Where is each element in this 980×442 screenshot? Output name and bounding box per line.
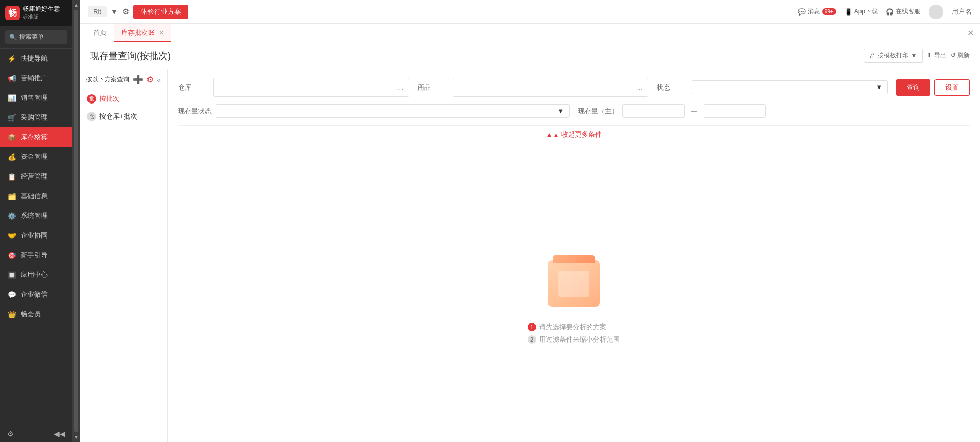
- sidebar-item-marketing[interactable]: 📢 营销推广: [0, 68, 72, 88]
- operations-icon: 📋: [7, 172, 17, 181]
- refresh-icon: ↺: [951, 52, 956, 59]
- status-select[interactable]: ▼: [692, 80, 888, 94]
- sidebar-item-vip[interactable]: 👑 畅会员: [0, 304, 72, 324]
- export-button[interactable]: ⬆ 导出: [927, 51, 946, 60]
- marketing-icon: 📢: [7, 73, 17, 83]
- sidebar-item-finance[interactable]: 💰 资金管理: [0, 147, 72, 167]
- plan-settings-button[interactable]: ⚙: [146, 75, 154, 84]
- inventory-status-select[interactable]: ▼: [216, 104, 570, 118]
- query-button[interactable]: 查询: [896, 79, 930, 96]
- topbar-right: 💬 消息 99+ 📱 App下载 🎧 在线客服 用户名: [798, 5, 972, 19]
- plan-item-warehouse-batch[interactable]: 仓 按仓库+批次: [80, 108, 167, 125]
- template-print-button[interactable]: 🖨 按模板打印 ▼: [864, 49, 923, 63]
- sidebar-item-basics[interactable]: 🗂️ 基础信息: [0, 186, 72, 206]
- sidebar-item-guide[interactable]: 🎯 新手引导: [0, 245, 72, 265]
- product-input[interactable]: [458, 81, 636, 94]
- sidebar-header: 畅 畅康通好生意 标准版: [0, 0, 72, 26]
- settings-button[interactable]: ⚙: [7, 430, 14, 438]
- sidebar-item-apps[interactable]: 🔲 应用中心: [0, 265, 72, 285]
- chevron-down-icon2: ▼: [557, 107, 564, 115]
- system-icon: ⚙️: [7, 211, 17, 220]
- add-plan-button[interactable]: ➕: [133, 75, 143, 84]
- inventory-status-label: 现存量状态: [178, 107, 212, 116]
- filter-row-1: 仓库 … 商品 …: [178, 78, 970, 97]
- left-panel-header: 按以下方案查询 ➕ ⚙ «: [80, 69, 167, 90]
- sidebar-item-inventory[interactable]: 📦 库存核算: [0, 127, 72, 147]
- chevron-down-icon: ▼: [875, 83, 882, 91]
- wechat-icon: 💬: [7, 290, 17, 299]
- inventory-qty-min-input[interactable]: [622, 104, 685, 118]
- topbar-left: Rit ▼ ⚙ 体验行业方案: [88, 5, 188, 19]
- sidebar-nav: ⚡ 快捷导航 📢 营销推广 📊 销售管理 🛒 采购管理 📦 库存核算 💰 资金管…: [0, 49, 72, 425]
- scroll-thumb: [74, 10, 78, 432]
- sidebar-scrollbar: ▲ ▼: [72, 0, 80, 442]
- tip-num-2: 2: [528, 335, 536, 344]
- sidebar-item-enterprise[interactable]: 🤝 企业协同: [0, 226, 72, 245]
- filter-data-area: 仓库 … 商品 …: [168, 69, 980, 442]
- basics-icon: 🗂️: [7, 191, 17, 201]
- status-label: 状态: [657, 83, 688, 92]
- app-title: 畅康通好生意: [23, 5, 60, 13]
- guide-icon: 🎯: [7, 251, 17, 260]
- sidebar-search-area: 🔍 搜索菜单: [0, 26, 72, 49]
- page-title: 现存量查询(按批次): [90, 50, 171, 62]
- app-logo: 畅: [5, 6, 20, 20]
- left-panel: 按以下方案查询 ➕ ⚙ « 批 按批次 仓 按仓库+批次: [80, 69, 168, 442]
- trial-button[interactable]: 体验行业方案: [133, 5, 188, 19]
- topbar-settings-button[interactable]: ⚙: [122, 7, 129, 17]
- product-dots[interactable]: …: [636, 83, 643, 91]
- collapse-filters-button[interactable]: ▲▲ 收起更多条件: [178, 125, 970, 143]
- empty-illustration: [543, 250, 605, 312]
- app-subtitle: 标准版: [23, 13, 60, 21]
- sidebar-item-purchase[interactable]: 🛒 采购管理: [0, 108, 72, 127]
- inventory-qty-filter: 现存量（主） —: [578, 104, 970, 118]
- inventory-qty-max-input[interactable]: [704, 104, 766, 118]
- topbar: Rit ▼ ⚙ 体验行业方案 💬 消息 99+ 📱 App下载 🎧 在线客服 用…: [80, 0, 980, 24]
- settings-button[interactable]: 设置: [934, 79, 970, 96]
- username: 用户名: [952, 7, 972, 17]
- warehouse-label: 仓库: [178, 83, 209, 92]
- sidebar-item-wechat[interactable]: 💬 企业微信: [0, 285, 72, 304]
- search-menu-button[interactable]: 🔍 搜索菜单: [5, 30, 67, 44]
- product-filter: 商品 …: [418, 78, 649, 97]
- page-header: 现存量查询(按批次) 🖨 按模板打印 ▼ ⬆ 导出 ↺ 刷新: [80, 42, 980, 69]
- product-label: 商品: [418, 83, 449, 92]
- tab-home[interactable]: 首页: [86, 24, 114, 42]
- empty-state: 1 请先选择要分析的方案 2 用过滤条件来缩小分析范围: [168, 152, 980, 442]
- scroll-up-button[interactable]: ▲: [73, 2, 79, 8]
- finance-icon: 💰: [7, 152, 17, 161]
- topbar-dropdown-button[interactable]: ▼: [111, 8, 118, 16]
- quick-nav-icon: ⚡: [7, 54, 17, 63]
- search-icon: 🔍: [9, 34, 17, 41]
- status-filter: 状态 ▼: [657, 80, 888, 94]
- sidebar-item-quick-nav[interactable]: ⚡ 快捷导航: [0, 49, 72, 68]
- tab-batch-account[interactable]: 库存批次账 ✕: [114, 24, 171, 42]
- apps-icon: 🔲: [7, 270, 17, 279]
- collapse-sidebar-button[interactable]: ◀◀: [54, 430, 65, 438]
- sidebar-item-sales[interactable]: 📊 销售管理: [0, 88, 72, 108]
- online-service-button[interactable]: 🎧 在线客服: [886, 7, 920, 16]
- warehouse-dots[interactable]: …: [397, 83, 404, 91]
- sidebar: 畅 畅康通好生意 标准版 🔍 搜索菜单 ⚡ 快捷导航 📢 营销推广 📊 销售管理…: [0, 0, 72, 442]
- warehouse-input[interactable]: [219, 81, 397, 94]
- close-all-tabs-button[interactable]: ✕: [967, 28, 974, 38]
- inventory-qty-label: 现存量（主）: [578, 107, 618, 116]
- empty-tips: 1 请先选择要分析的方案 2 用过滤条件来缩小分析范围: [528, 322, 620, 344]
- filter-area: 仓库 … 商品 …: [168, 69, 980, 152]
- app-download-button[interactable]: 📱 App下载: [844, 7, 878, 16]
- user-avatar[interactable]: [929, 5, 943, 19]
- scroll-down-button[interactable]: ▼: [73, 434, 79, 440]
- vip-icon: 👑: [7, 310, 17, 319]
- sidebar-item-operations[interactable]: 📋 经营管理: [0, 167, 72, 186]
- empty-tip-2: 2 用过滤条件来缩小分析范围: [528, 335, 620, 344]
- sidebar-item-system[interactable]: ⚙️ 系统管理: [0, 206, 72, 226]
- plan-item-batch[interactable]: 批 按批次: [80, 90, 167, 108]
- headset-icon: 🎧: [886, 8, 894, 16]
- main-content: Rit ▼ ⚙ 体验行业方案 💬 消息 99+ 📱 App下载 🎧 在线客服 用…: [80, 0, 980, 442]
- message-icon: 💬: [798, 8, 806, 16]
- tab-close-button[interactable]: ✕: [159, 29, 164, 36]
- messages-button[interactable]: 💬 消息 99+: [798, 7, 836, 16]
- inventory-status-filter: 现存量状态 ▼: [178, 104, 570, 118]
- collapse-panel-button[interactable]: «: [157, 75, 161, 84]
- refresh-button[interactable]: ↺ 刷新: [951, 51, 970, 60]
